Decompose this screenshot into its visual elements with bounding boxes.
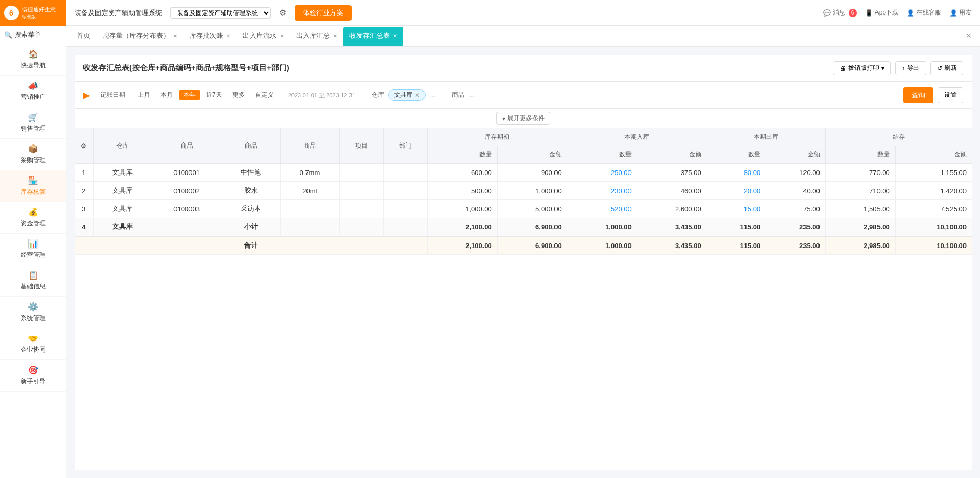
tab-recv-send-close[interactable]: ✕	[393, 33, 397, 39]
row-balance-qty: 710.00	[825, 182, 895, 200]
row-dept	[383, 182, 427, 200]
export-button[interactable]: ↑ 导出	[895, 61, 926, 75]
total-row: 合计 2,100.00 6,900.00 1,000.00 3,435.00 1…	[75, 236, 972, 255]
filter-expand-arrow[interactable]: ▶	[83, 90, 90, 101]
row-opening-qty: 1,000.00	[427, 200, 497, 218]
expand-conditions-button[interactable]: ▾ 展开更多条件	[496, 112, 550, 125]
total-in-amt: 3,435.00	[637, 236, 707, 255]
tab-in-out-flow[interactable]: 出入库流水 ✕	[237, 27, 290, 46]
tab-batch-close[interactable]: ✕	[226, 33, 230, 39]
sidebar-item-label: 采购管理	[21, 156, 46, 165]
sidebar-item-quick-nav[interactable]: 🏠 快捷导航	[0, 44, 66, 76]
row-in-qty: 1,000.00	[567, 218, 637, 237]
refresh-button[interactable]: ↺ 刷新	[930, 61, 963, 75]
sidebar-item-label: 系统管理	[21, 314, 46, 323]
row-spec: 0.7mm	[280, 164, 339, 182]
tab-in-out-summary-label: 出入库汇总	[296, 31, 330, 40]
balance-amt-subheader: 金额	[895, 146, 972, 164]
date-btn-custom[interactable]: 自定义	[251, 90, 278, 100]
message-badge: 6	[849, 9, 857, 17]
tab-in-out-summary[interactable]: 出入库汇总 ✕	[290, 27, 343, 46]
expand-conditions-row: ▾ 展开更多条件	[75, 109, 972, 128]
tab-in-out-summary-close[interactable]: ✕	[333, 33, 337, 39]
row-out-amt: 40.00	[766, 182, 826, 200]
tab-bar-close[interactable]: ✕	[961, 32, 976, 40]
date-btn-this-month[interactable]: 本月	[156, 90, 177, 100]
print-button[interactable]: 🖨 拨销版打印 ▾	[833, 61, 891, 75]
row-warehouse: 文具库	[93, 218, 152, 237]
date-btn-more[interactable]: 更多	[228, 90, 249, 100]
sidebar-item-collab[interactable]: 🤝 企业协同	[0, 328, 66, 360]
sidebar-item-basic[interactable]: 📋 基础信息	[0, 265, 66, 297]
warehouse-tag-close[interactable]: ✕	[415, 92, 420, 99]
sidebar-item-label: 销售管理	[21, 124, 46, 133]
row-out-qty[interactable]: 15.00	[707, 200, 766, 218]
row-spec: 20ml	[280, 182, 339, 200]
row-in-qty[interactable]: 250.00	[567, 164, 637, 182]
tab-stock-dist-close[interactable]: ✕	[173, 33, 177, 39]
app-selector[interactable]: 装备及固定资产辅助管理系统	[170, 7, 271, 19]
sidebar-item-purchase[interactable]: 📦 采购管理	[0, 139, 66, 170]
system-icon: ⚙️	[28, 302, 38, 312]
settings-button[interactable]: 设置	[938, 87, 963, 103]
row-in-amt: 460.00	[637, 182, 707, 200]
tab-home[interactable]: 首页	[70, 27, 96, 46]
row-out-qty[interactable]: 20.00	[707, 182, 766, 200]
sidebar-item-label: 快捷导航	[21, 61, 46, 70]
row-balance-amt: 10,100.00	[895, 218, 972, 237]
row-out-qty: 115.00	[707, 218, 766, 237]
dept-col-header: 部门	[383, 128, 427, 164]
sidebar-item-inventory[interactable]: 🏪 库存核算	[0, 170, 66, 202]
user-button[interactable]: 👤 用友	[949, 8, 972, 17]
trial-button[interactable]: 体验行业方案	[295, 5, 352, 21]
warehouse-label: 仓库	[372, 91, 384, 99]
goods-more[interactable]: ...	[469, 91, 474, 99]
sidebar-logo: 6 畅捷通好生意 标准版	[0, 0, 66, 26]
tab-recv-send-label: 收发存汇总表	[349, 31, 390, 40]
finance-icon: 💰	[28, 207, 38, 217]
row-in-qty[interactable]: 520.00	[567, 200, 637, 218]
sidebar-item-label: 经营管理	[21, 251, 46, 259]
total-in-qty: 1,000.00	[567, 236, 637, 255]
tab-recv-send[interactable]: 收发存汇总表 ✕	[343, 27, 403, 46]
query-button[interactable]: 查询	[903, 87, 933, 103]
sidebar-item-guide[interactable]: 🎯 新手引导	[0, 360, 66, 392]
tab-batch[interactable]: 库存批次账 ✕	[183, 27, 237, 46]
table-settings-header[interactable]: ⚙	[75, 128, 93, 164]
logo-icon: 6	[4, 6, 19, 20]
sidebar-item-marketing[interactable]: 📣 营销推广	[0, 76, 66, 107]
row-in-qty[interactable]: 230.00	[567, 182, 637, 200]
message-button[interactable]: 💬 消息 6	[823, 8, 857, 17]
settings-gear-icon[interactable]: ⚙	[279, 8, 286, 18]
tab-stock-dist[interactable]: 现存量（库存分布表） ✕	[96, 27, 183, 46]
total-out-amt: 235.00	[766, 236, 826, 255]
online-service-button[interactable]: 👤 在线客服	[906, 8, 941, 17]
date-range: 2023-01-01 至 2023-12-31	[288, 92, 356, 99]
tab-in-out-flow-close[interactable]: ✕	[280, 33, 284, 39]
date-btn-this-year[interactable]: 本年	[179, 90, 200, 100]
opening-qty-subheader: 数量	[427, 146, 497, 164]
sidebar-item-search[interactable]: 🔍 搜索菜单	[0, 26, 66, 44]
out-amt-subheader: 金额	[766, 146, 826, 164]
row-no: 1	[75, 164, 93, 182]
row-code: 0100003	[152, 200, 222, 218]
sidebar-item-label: 新手引导	[21, 377, 46, 386]
balance-group-header: 结存	[825, 128, 972, 146]
warehouse-more[interactable]: ...	[430, 91, 435, 99]
date-btn-7days[interactable]: 近7天	[202, 90, 226, 100]
export-icon: ↑	[902, 65, 905, 72]
row-project	[340, 164, 384, 182]
date-btn-last-month[interactable]: 上月	[134, 90, 154, 100]
table-gear-icon[interactable]: ⚙	[81, 142, 86, 150]
app-download-button[interactable]: 📱 App下载	[865, 8, 898, 17]
row-out-qty[interactable]: 80.00	[707, 164, 766, 182]
row-warehouse: 文具库	[93, 182, 152, 200]
sidebar-item-system[interactable]: ⚙️ 系统管理	[0, 297, 66, 328]
row-balance-qty: 1,505.00	[825, 200, 895, 218]
sidebar-item-label: 库存核算	[21, 187, 46, 196]
sidebar-item-finance[interactable]: 💰 资金管理	[0, 202, 66, 234]
sidebar-item-operations[interactable]: 📊 经营管理	[0, 234, 66, 265]
sidebar-item-sales[interactable]: 🛒 销售管理	[0, 107, 66, 139]
row-balance-qty: 770.00	[825, 164, 895, 182]
in-qty-subheader: 数量	[567, 146, 637, 164]
